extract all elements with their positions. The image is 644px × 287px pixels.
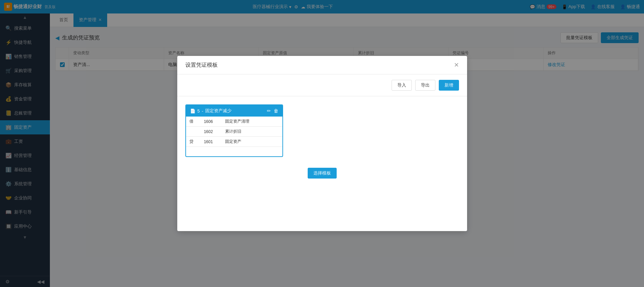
entry-account-2: 累计折旧 bbox=[222, 127, 264, 137]
modal-toolbar: 导入 导出 新增 bbox=[177, 74, 467, 96]
select-template-button[interactable]: 选择模板 bbox=[308, 168, 337, 179]
entry-account-1: 固定资产清理 bbox=[222, 117, 264, 127]
template-id: 5 bbox=[197, 108, 200, 114]
entry-amount-2 bbox=[264, 127, 273, 137]
entry-code-2: 1602 bbox=[201, 127, 222, 137]
entry-amount-debit-2 bbox=[273, 127, 282, 137]
template-entry-row: 1602 累计折旧 bbox=[186, 127, 282, 137]
modal-header: 设置凭证模板 ✕ bbox=[177, 56, 467, 74]
entry-account-3: 固定资产 bbox=[222, 137, 264, 147]
edit-template-icon[interactable]: ✏ bbox=[267, 108, 271, 114]
entry-amount-1 bbox=[264, 117, 273, 127]
modal-title: 设置凭证模板 bbox=[185, 62, 218, 69]
modal-body: 📄 5- 固定资产减少 ✏ 🗑 借 bbox=[177, 96, 467, 231]
entry-amount-3 bbox=[264, 137, 273, 147]
delete-template-icon[interactable]: 🗑 bbox=[274, 108, 278, 114]
template-entry-empty-row bbox=[186, 147, 282, 156]
template-entry-row: 借 1606 固定资产清理 bbox=[186, 117, 282, 127]
entry-type-2 bbox=[186, 127, 201, 137]
template-card-title: 📄 5- 固定资产减少 bbox=[190, 108, 232, 114]
entry-amount-debit-3 bbox=[273, 137, 282, 147]
template-entry-row: 贷 1601 固定资产 bbox=[186, 137, 282, 147]
modal-close-button[interactable]: ✕ bbox=[454, 61, 459, 69]
select-template-area: 选择模板 bbox=[185, 164, 459, 183]
new-template-button[interactable]: 新增 bbox=[439, 80, 459, 91]
template-card-actions: ✏ 🗑 bbox=[267, 108, 278, 114]
voucher-template-modal: 设置凭证模板 ✕ 导入 导出 新增 📄 5- 固定资产减少 bbox=[177, 56, 467, 231]
template-card-header: 📄 5- 固定资产减少 ✏ 🗑 bbox=[186, 105, 282, 117]
entry-type-3: 贷 bbox=[186, 137, 201, 147]
template-name: 固定资产减少 bbox=[205, 108, 232, 114]
modal-overlay: 设置凭证模板 ✕ 导入 导出 新增 📄 5- 固定资产减少 bbox=[0, 0, 644, 287]
template-doc-icon: 📄 bbox=[190, 108, 195, 114]
template-table: 借 1606 固定资产清理 1602 累计折旧 bbox=[186, 117, 282, 156]
entry-amount-debit-1 bbox=[273, 117, 282, 127]
template-body: 借 1606 固定资产清理 1602 累计折旧 bbox=[186, 117, 282, 156]
template-list: 📄 5- 固定资产减少 ✏ 🗑 借 bbox=[185, 104, 459, 157]
import-button[interactable]: 导入 bbox=[392, 80, 412, 91]
template-card: 📄 5- 固定资产减少 ✏ 🗑 借 bbox=[185, 104, 283, 157]
entry-type-1: 借 bbox=[186, 117, 201, 127]
entry-code-1: 1606 bbox=[201, 117, 222, 127]
export-button[interactable]: 导出 bbox=[415, 80, 435, 91]
entry-code-3: 1601 bbox=[201, 137, 222, 147]
